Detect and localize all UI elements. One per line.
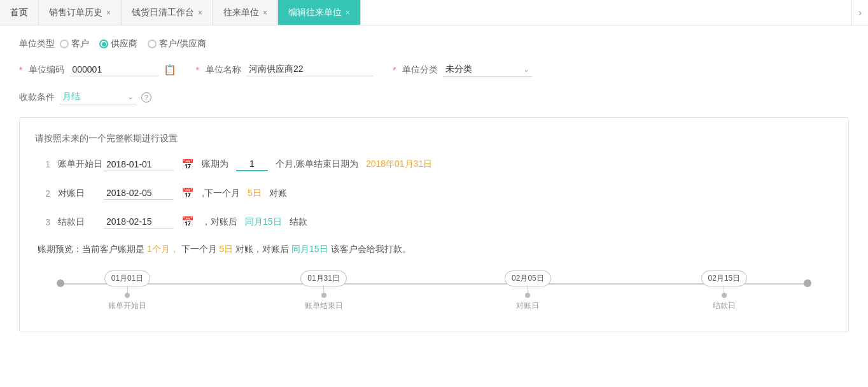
timeline-node-2-label: 账单结束日 [305,300,343,311]
start-date-input[interactable] [104,158,174,171]
main-content: 单位类型 客户 供应商 客户/供应商 [0,25,868,387]
preview-mid: 下一个月 [181,244,217,254]
radio-supplier-inner [102,42,106,46]
payment-condition-label: 收款条件 [19,92,55,103]
period-value-input[interactable] [236,157,268,171]
unit-name-label: 单位名称 [206,64,241,76]
timeline-node-4: 02月15日 结款日 [701,271,748,311]
period-row-2: 2 对账日 📅 ,下一个月 5日 对账 [35,186,833,200]
tab-scroll-arrow[interactable]: › [851,0,868,25]
timeline-end-dot [804,279,811,287]
unit-classify-star: * [393,65,396,75]
help-icon[interactable]: ? [141,92,151,102]
preview-mid2: 对账，对账后 [235,244,289,254]
timeline-node-4-label: 结款日 [713,300,736,311]
tab-cash-workbench-close[interactable]: × [198,8,202,17]
preview-period: 1个月， [147,244,179,254]
radio-group: 客户 供应商 客户/供应商 [60,38,206,50]
radio-customer[interactable]: 客户 [60,38,89,50]
timeline-node-1-line [127,286,128,293]
radio-supplier-label: 供应商 [111,38,137,50]
unit-code-input[interactable] [69,63,158,76]
period-row-3: 3 结款日 📅 ，对账后 同月15日 结款 [35,215,833,229]
timeline-node-3-pill: 02月05日 [505,271,551,286]
unit-classify-group: * 单位分类 未分类 ⌄ [393,62,532,77]
tab-home-label: 首页 [10,7,28,18]
start-date-calendar-icon[interactable]: 📅 [181,158,194,171]
unit-code-label: 单位编码 [29,64,64,76]
payment-desc-prefix: ，对账后 [202,216,237,228]
tab-partner-unit-label: 往来单位 [223,7,259,18]
tab-edit-partner[interactable]: 编辑往来单位 × [278,0,361,25]
radio-supplier-circle [99,39,108,48]
unit-classify-value: 未分类 [445,64,518,75]
tab-sales-history-label: 销售订单历史 [49,7,102,18]
radio-both[interactable]: 客户/供应商 [148,38,206,50]
unit-name-star: * [195,65,199,75]
unit-type-row: 单位类型 客户 供应商 客户/供应商 [19,38,849,50]
timeline-node-3: 02月05日 对账日 [505,271,551,311]
preview-day5: 5日 [219,244,233,254]
row-label-3: 结款日 [58,216,96,228]
preview-day15: 同月15日 [291,244,328,254]
unit-code-group: * 单位编码 📋 [19,63,176,76]
unit-code-star: * [19,65,22,75]
payment-condition-chevron-icon: ⌄ [127,92,134,101]
unit-name-input[interactable] [246,63,374,76]
reconcile-date-input[interactable] [104,186,174,200]
row-num-3: 3 [35,217,50,227]
timeline-start-dot [57,279,64,287]
radio-customer-circle [60,39,69,48]
tab-home[interactable]: 首页 [0,0,39,25]
unit-classify-dropdown[interactable]: 未分类 ⌄ [443,62,532,77]
radio-supplier[interactable]: 供应商 [99,38,137,50]
row-label-2: 对账日 [58,188,96,199]
tab-edit-partner-close[interactable]: × [346,8,350,17]
payment-desc-suffix: 结款 [290,216,307,228]
tab-partner-unit-close[interactable]: × [263,8,267,17]
tab-cash-workbench[interactable]: 钱货日清工作台 × [122,0,213,25]
tab-edit-partner-label: 编辑往来单位 [288,7,342,18]
unit-info-row: * 单位编码 📋 * 单位名称 * 单位分类 未分类 ⌄ [19,62,849,77]
timeline-node-1-label: 账单开始日 [108,300,146,311]
copy-icon[interactable]: 📋 [164,64,176,76]
payment-date-calendar-icon[interactable]: 📅 [181,216,194,228]
tab-partner-unit[interactable]: 往来单位 × [213,0,278,25]
radio-customer-label: 客户 [71,38,89,50]
timeline-node-4-line [724,286,724,293]
timeline-node-2-pill: 01月31日 [300,271,347,286]
tab-sales-history[interactable]: 销售订单历史 × [39,0,122,25]
unit-name-group: * 单位名称 [195,63,373,76]
payment-date-input[interactable] [104,215,174,229]
reconcile-highlight: 5日 [248,188,262,199]
period-section: 请按照未来的一个完整帐期进行设置 1 账单开始日 📅 账期为 个月,账单结束日期… [19,117,849,332]
timeline-node-3-label: 对账日 [516,300,539,311]
timeline-node-3-line [528,286,528,293]
timeline-line [60,283,808,285]
payment-condition-row: 收款条件 月结 ⌄ ? [19,90,849,104]
timeline-node-4-pill: 02月15日 [701,271,748,286]
row-num-1: 1 [35,159,50,169]
row-label-1: 账单开始日 [58,158,96,170]
payment-condition-value: 月结 [62,91,125,102]
payment-highlight: 同月15日 [245,216,282,228]
preview-suffix: 该客户会给我打款。 [331,244,411,254]
tab-cash-workbench-label: 钱货日清工作台 [132,7,194,18]
reconcile-desc-prefix: ,下一个月 [202,188,240,199]
payment-condition-dropdown[interactable]: 月结 ⌄ [60,90,136,104]
unit-type-label: 单位类型 [19,38,55,50]
unit-classify-label: 单位分类 [402,64,438,76]
timeline-node-2-dot [321,293,326,298]
radio-both-label: 客户/供应商 [159,38,206,50]
radio-both-circle [148,39,157,48]
timeline-node-2-line [323,286,324,293]
unit-type-group: 单位类型 客户 供应商 客户/供应商 [19,38,206,50]
payment-condition-group: 收款条件 月结 ⌄ ? [19,90,151,104]
row-num-2: 2 [35,188,50,199]
timeline-node-1-dot [125,293,130,298]
reconcile-date-calendar-icon[interactable]: 📅 [181,187,194,199]
timeline: 01月01日 账单开始日 01月31日 账单结束日 02月05日 对账日 [41,271,827,321]
unit-classify-chevron-icon: ⌄ [523,65,529,74]
tab-sales-history-close[interactable]: × [106,8,111,17]
timeline-node-1: 01月01日 账单开始日 [104,271,151,311]
